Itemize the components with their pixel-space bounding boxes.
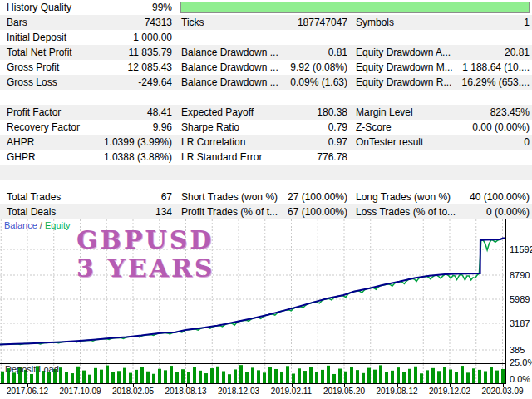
x-axis-tick-label: 2019.08.12 <box>368 387 426 396</box>
stat-cell: Total Deals134 <box>0 204 175 219</box>
stat-value: 74313 <box>27 15 172 30</box>
stat-cell: Equity Drawdown A...20.81 <box>349 45 532 60</box>
stat-label: Recovery Factor <box>7 120 80 135</box>
stat-cell: Gross Loss-249.64 <box>0 75 175 90</box>
stat-value: 823.45% <box>413 105 530 120</box>
stat-label: Profit Factor <box>7 105 61 120</box>
stat-label: Equity Drawdown A... <box>356 45 451 60</box>
stat-label: Total Net Profit <box>7 45 72 60</box>
history-quality-progress-track <box>175 0 532 15</box>
stat-value: 0.00 (0.00%) <box>392 120 530 135</box>
stat-value: 1.0399 (3.99%) <box>34 135 172 150</box>
stat-label: AHPR <box>7 135 34 150</box>
stat-label: OnTester result <box>356 135 423 150</box>
deposit-load-bars <box>0 364 505 383</box>
chart-legend: Balance / Equity <box>4 220 71 230</box>
stat-value: 20.81 <box>451 45 530 60</box>
x-axis-tick-label: 2019.05.20 <box>315 387 373 396</box>
stat-cell: OnTester result0 <box>349 135 532 150</box>
stat-cell: Margin Level823.45% <box>349 105 532 120</box>
stat-value: 1 <box>394 15 530 30</box>
stat-label: Equity Drawdown M... <box>356 60 453 75</box>
y-axis-tick-label: 11592 <box>510 244 532 254</box>
stat-label: Total Deals <box>7 204 56 219</box>
stat-value: 1.0388 (3.88%) <box>36 150 172 165</box>
stat-value: 1 188.64 (10.... <box>453 60 530 75</box>
stat-cell: LR Standard Error776.78 <box>175 150 349 165</box>
stat-cell: Expected Payoff180.38 <box>175 105 349 120</box>
stat-cell: Initial Deposit1 000.00 <box>0 30 175 45</box>
stat-row: Total Deals134Profit Trades (% of t...67… <box>0 204 532 219</box>
stat-label: Bars <box>7 15 27 30</box>
x-axis-tick-label: 2018.08.13 <box>157 387 215 396</box>
table-spacer <box>0 180 532 190</box>
stat-value: 187747047 <box>204 15 347 30</box>
stat-label: Symbols <box>356 15 394 30</box>
stat-label: LR Correlation <box>181 135 245 150</box>
legend-balance-label: Balance <box>4 220 37 230</box>
stat-cell: LR Correlation0.97 <box>175 135 349 150</box>
stat-row: Total Trades67Short Trades (won %)27 (10… <box>0 190 532 204</box>
stat-label: Loss Trades (% of to... <box>356 204 456 219</box>
stat-cell: Symbols1 <box>349 15 532 30</box>
stat-value: 16.29% (653.... <box>451 75 530 90</box>
stat-cell: Profit Factor48.41 <box>0 105 175 120</box>
stat-label: Short Trades (won %) <box>181 190 278 204</box>
y-axis-tick-label: 5989 <box>510 294 530 304</box>
table-spacer <box>0 165 532 180</box>
stat-value: 0.79 <box>239 120 347 135</box>
stat-cell: AHPR1.0399 (3.99%) <box>0 135 175 150</box>
stat-value: 11 835.79 <box>72 45 172 60</box>
deposit-load-plot <box>0 363 506 384</box>
stat-label: Total Trades <box>7 190 61 204</box>
stat-value <box>181 30 347 45</box>
stat-cell: Total Net Profit11 835.79 <box>0 45 175 60</box>
stat-value <box>356 150 530 165</box>
stat-cell: Z-Score0.00 (0.00%) <box>349 120 532 135</box>
stat-label: Ticks <box>181 15 204 30</box>
stats-table: History Quality99%Bars74313Ticks18774704… <box>0 0 532 219</box>
stat-cell: Ticks187747047 <box>175 15 349 30</box>
stat-cell: Short Trades (won %)27 (100.00%) <box>175 190 349 204</box>
stat-value: 1 000.00 <box>66 30 172 45</box>
stat-cell: Sharpe Ratio0.79 <box>175 120 349 135</box>
date-axis: 2017.06.122017.10.092018.02.052018.08.13… <box>0 384 532 398</box>
stat-value: 67 (100.00%) <box>278 204 347 219</box>
x-axis-tick-label: 2019.12.02 <box>421 387 479 396</box>
stat-cell: Total Trades67 <box>0 190 175 204</box>
stat-cell <box>349 30 532 45</box>
stat-value: 180.38 <box>254 105 347 120</box>
stat-label: GHPR <box>7 150 36 165</box>
stat-label: Profit Trades (% of t... <box>181 204 278 219</box>
stat-label: Equity Drawdown R... <box>356 75 451 90</box>
stat-cell: Equity Drawdown M...1 188.64 (10.... <box>349 60 532 75</box>
balance-equity-chart[interactable]: Balance / Equity GBPUSD 3 YEARS 11592879… <box>0 219 532 363</box>
x-axis-tick-label: 2017.06.12 <box>0 387 57 396</box>
stat-row: Gross Profit12 085.43Balance Drawdown ..… <box>0 60 532 75</box>
stat-cell: Bars74313 <box>0 15 175 30</box>
x-axis-tick-label: 2018.02.05 <box>104 387 162 396</box>
deposit-load-title: Deposit Load <box>5 364 59 374</box>
watermark-symbol: GBPUSD <box>76 226 214 254</box>
stat-row: Profit Factor48.41Expected Payoff180.38M… <box>0 105 532 120</box>
stat-label: Initial Deposit <box>7 30 66 45</box>
stat-label: LR Standard Error <box>181 150 262 165</box>
table-spacer <box>0 90 532 105</box>
stat-label: Balance Drawdown ... <box>181 75 278 90</box>
stat-row: Initial Deposit1 000.00 <box>0 30 532 45</box>
stat-cell: Equity Drawdown R...16.29% (653.... <box>349 75 532 90</box>
stat-value: 12 085.43 <box>59 60 172 75</box>
stat-cell: Long Trades (won %)40 (100.00%) <box>349 190 532 204</box>
history-quality-progress-bar <box>180 2 530 13</box>
y-axis-tick-label: 3187 <box>510 318 530 328</box>
stat-cell: History Quality99% <box>0 0 175 15</box>
stat-row: GHPR1.0388 (3.88%)LR Standard Error776.7… <box>0 150 532 165</box>
stat-value: 0.09% (1.63) <box>278 75 347 90</box>
stat-value: 9.96 <box>80 120 172 135</box>
stat-label: Sharpe Ratio <box>181 120 239 135</box>
y-axis-tick-label: 385 <box>510 345 525 355</box>
stat-value: 134 <box>56 204 172 219</box>
x-axis-tick-label: 2020.03.09 <box>474 387 532 396</box>
stat-label: Z-Score <box>356 120 392 135</box>
stat-row: Total Net Profit11 835.79Balance Drawdow… <box>0 45 532 60</box>
